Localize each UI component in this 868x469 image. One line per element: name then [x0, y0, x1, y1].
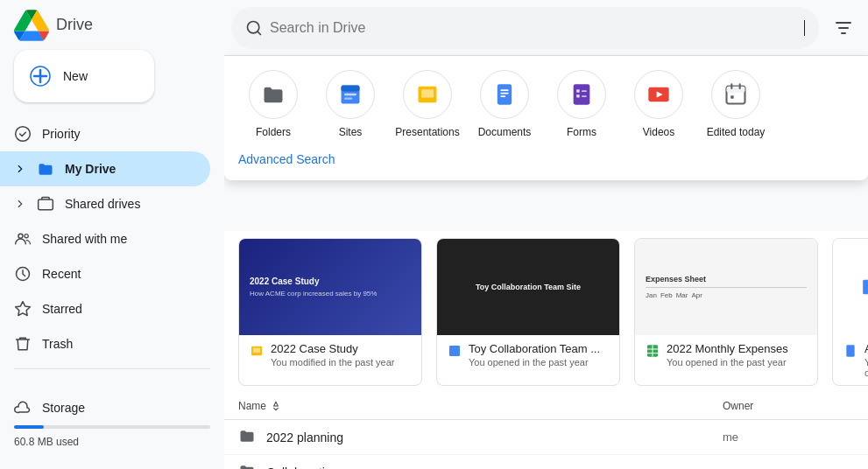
documents-cat-icon-wrap	[480, 70, 529, 119]
folder-cat-label: Folders	[256, 126, 291, 138]
advanced-search-link[interactable]: Advanced Search	[224, 145, 868, 173]
edited-today-cat-label: Edited today	[707, 126, 766, 138]
card-name-doc4: A...	[864, 342, 868, 355]
file-card-case-study[interactable]: 2022 Case Study How ACME corp increased …	[238, 238, 422, 386]
sidebar-item-my-drive-label: My Drive	[65, 162, 116, 176]
search-cat-sites[interactable]: Sites	[315, 70, 385, 138]
file-card-toy-collab[interactable]: Toy Collaboration Team Site Toy Collabor…	[436, 238, 620, 386]
sites-cat-label: Sites	[339, 126, 363, 138]
sidebar-item-starred[interactable]: Starred	[0, 291, 210, 326]
folder-cat-icon-wrap	[249, 70, 298, 119]
sidebar-item-storage[interactable]: Storage	[14, 390, 210, 425]
documents-cat-label: Documents	[478, 126, 532, 138]
card-meta-case-study: You modified in the past year	[271, 357, 411, 368]
search-cat-presentations[interactable]: Presentations	[392, 70, 462, 138]
sidebar-item-trash[interactable]: Trash	[0, 326, 210, 361]
card-thumb-expenses: Expenses Sheet JanFebMarApr	[635, 239, 817, 335]
sidebar: Drive New Priority My Drive	[0, 0, 224, 469]
sidebar-item-recent[interactable]: Recent	[0, 256, 210, 291]
forms-cat-label: Forms	[567, 126, 596, 138]
svg-rect-18	[576, 89, 580, 93]
sidebar-item-shared-drives[interactable]: Shared drives	[0, 186, 210, 221]
storage-bar-fill	[14, 425, 44, 429]
chevron-right-icon	[14, 163, 26, 175]
svg-point-1	[16, 127, 31, 142]
search-cursor	[804, 20, 805, 36]
sidebar-item-priority[interactable]: Priority	[0, 116, 210, 151]
file-card-doc4[interactable]: A... You o...	[832, 238, 868, 386]
svg-rect-2	[39, 200, 53, 210]
svg-rect-8	[342, 86, 360, 92]
forms-cat-icon-wrap	[557, 70, 606, 119]
search-cat-edited-today[interactable]: Edited today	[701, 70, 771, 138]
presentations-cat-label: Presentations	[395, 126, 459, 138]
folder-icon-planning	[238, 427, 256, 447]
col-owner-header: Owner	[723, 400, 854, 412]
card-thumb-case-study: 2022 Case Study How ACME corp increased …	[239, 239, 421, 335]
sidebar-item-shared-with-me[interactable]: Shared with me	[0, 221, 210, 256]
table-row[interactable]: 2022 planning me	[224, 420, 868, 455]
svg-point-4	[25, 234, 28, 238]
card-thumb-toy-collab: Toy Collaboration Team Site	[437, 239, 619, 335]
sidebar-nav: Priority My Drive Shared drives	[0, 116, 224, 361]
app-title: Drive	[56, 16, 93, 34]
thumb-title-toy-collab: Toy Collaboration Team Site	[448, 283, 609, 291]
file-card-expenses[interactable]: Expenses Sheet JanFebMarApr 2022 Monthly…	[634, 238, 818, 386]
shared-drives-icon	[37, 195, 54, 213]
svg-rect-17	[574, 84, 590, 104]
row-name-collaboration: Collaboration	[266, 466, 723, 470]
card-meta-toy-collab: You opened in the past year	[469, 357, 609, 368]
drive-logo-icon	[14, 8, 49, 43]
cloud-icon	[14, 399, 32, 416]
svg-rect-20	[576, 94, 580, 98]
card-name-case-study: 2022 Case Study	[271, 342, 411, 355]
svg-rect-35	[846, 345, 854, 356]
table-header: Name Owner	[224, 393, 868, 420]
col-name-header[interactable]: Name	[238, 400, 723, 412]
svg-rect-21	[582, 95, 587, 97]
trash-icon	[14, 335, 32, 353]
recent-cards: 2022 Case Study How ACME corp increased …	[224, 231, 868, 393]
sheets-icon	[646, 344, 660, 361]
search-bar[interactable]	[231, 7, 819, 49]
row-owner-collaboration: me	[723, 466, 854, 469]
sites-cat-icon-wrap	[326, 70, 375, 119]
sidebar-item-my-drive[interactable]: My Drive	[0, 151, 210, 186]
videos-cat-label: Videos	[643, 126, 674, 138]
svg-rect-9	[344, 94, 356, 95]
sidebar-item-trash-label: Trash	[42, 337, 73, 351]
search-cat-folders[interactable]: Folders	[238, 70, 308, 138]
filter-icon[interactable]	[833, 18, 854, 38]
slides-cat-icon	[415, 82, 440, 107]
sites-icon	[448, 344, 462, 361]
svg-rect-10	[344, 98, 352, 100]
search-cat-documents[interactable]: Documents	[469, 70, 540, 138]
people-icon	[14, 230, 32, 248]
storage-bar-bg	[14, 425, 210, 429]
top-bar	[224, 0, 868, 56]
calendar-cat-icon	[723, 82, 748, 107]
search-input[interactable]	[270, 20, 795, 36]
sidebar-item-shared-label: Shared with me	[42, 232, 127, 246]
videos-cat-icon-wrap	[634, 70, 683, 119]
presentations-cat-icon-wrap	[403, 70, 452, 119]
svg-rect-15	[500, 93, 508, 94]
card-meta-expenses: You opened in the past year	[667, 357, 807, 368]
svg-rect-14	[500, 89, 508, 91]
main-area: Folders Sites	[224, 0, 868, 469]
sidebar-item-priority-label: Priority	[42, 127, 81, 141]
svg-rect-29	[449, 346, 460, 356]
new-button[interactable]: New	[14, 50, 154, 102]
sidebar-item-starred-label: Starred	[42, 302, 82, 316]
search-icon	[245, 19, 263, 37]
docs-icon	[843, 344, 857, 361]
card-name-toy-collab: Toy Collaboration Team ...	[469, 342, 609, 355]
table-row[interactable]: Collaboration me	[224, 455, 868, 469]
search-cat-forms[interactable]: Forms	[547, 70, 617, 138]
star-icon	[14, 300, 32, 318]
row-name-planning: 2022 planning	[266, 430, 723, 444]
search-cat-videos[interactable]: Videos	[624, 70, 694, 138]
sidebar-item-recent-label: Recent	[42, 267, 81, 281]
search-dropdown: Folders Sites	[224, 56, 868, 180]
storage-label: Storage	[42, 401, 85, 415]
